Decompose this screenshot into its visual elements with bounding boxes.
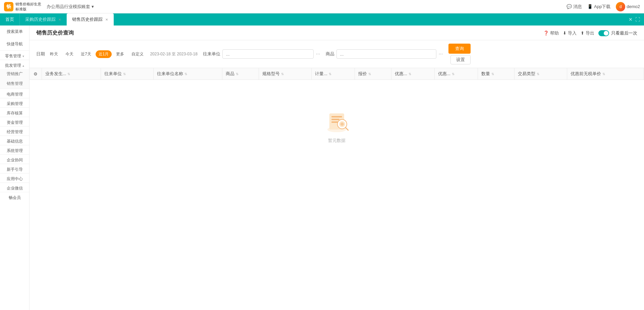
partner-input[interactable] [222,49,314,59]
avatar: d [616,2,625,11]
sidebar-item-sales-mgmt[interactable]: 销售管理 [0,79,29,89]
import-icon: ⬇ [563,31,567,36]
sidebar-item-basic-info[interactable]: 基础信息 [0,136,29,145]
trade-type-column-header[interactable]: 交易类型 ⇅ [515,68,567,80]
sidebar-item-purchase-mgmt[interactable]: 采购管理 [0,98,29,107]
data-table: ⚙ 业务发生... ⇅ 往来单位 ⇅ [30,68,644,170]
sidebar-item-member[interactable]: 畅会员 [0,192,29,201]
partner-name-column-header[interactable]: 往来单位名称 ⇅ [154,68,222,80]
message-icon: 💬 [567,4,572,9]
window-controls: ✕ ⛶ [625,17,644,22]
export-action[interactable]: ⬆ 导出 [581,30,594,36]
query-button[interactable]: 查询 [448,44,471,54]
only-last-toggle-group: 只看最后一次 [598,30,637,36]
tab-purchase-history[interactable]: 采购历史价跟踪 ✕ [20,13,67,25]
top-bar: 畅 销售价格好生意 标准版 办公用品行业模拟账套 ▾ 💬 消息 📱 App下载 … [0,0,644,13]
tab-home[interactable]: 首页 [0,13,20,25]
tab-close-sales[interactable]: ✕ [105,18,108,21]
date-btn-more[interactable]: 更多 [113,50,127,58]
top-bar-left: 畅 销售价格好生意 标准版 办公用品行业模拟账套 ▾ [4,2,97,11]
svg-rect-3 [331,119,339,120]
tab-bar: 首页 采购历史价跟踪 ✕ 销售历史价跟踪 ✕ ✕ ⛶ [0,13,644,25]
sidebar-item-retail-mgmt[interactable]: 零售管理 ▾ [0,50,29,60]
app-selector[interactable]: 办公用品行业模拟账套 ▾ [44,2,97,11]
partner-picker-icon[interactable]: ··· [316,51,320,57]
qty-column-header[interactable]: 数量 ⇅ [478,68,515,80]
top-bar-right: 💬 消息 📱 App下载 d demo2 [567,2,640,11]
help-icon: ❓ [543,31,549,36]
sidebar-item-marketing[interactable]: 营销推广 [0,69,29,79]
sidebar-item-system-mgmt[interactable]: 系统管理 [0,145,29,154]
sort-icon: ⇅ [537,72,539,76]
tab-sales-history[interactable]: 销售历史价跟踪 ✕ [67,13,114,25]
only-last-label: 只看最后一次 [611,30,637,36]
table-header-row: ⚙ 业务发生... ⇅ 往来单位 ⇅ [30,68,644,80]
sort-icon: ⇅ [123,72,126,76]
settings-column-header[interactable]: ⚙ [30,68,42,80]
empty-row: 暂元数据 [30,80,644,171]
discount2-column-header[interactable]: 优惠... ⇅ [435,68,478,80]
tab-close-purchase[interactable]: ✕ [58,18,61,21]
pre-tax-price-column-header[interactable]: 优惠前无税单价 ⇅ [567,68,644,80]
table-area: ⚙ 业务发生... ⇅ 往来单位 ⇅ [30,68,644,310]
sidebar-item-app-center[interactable]: 应用中心 [0,173,29,183]
maximize-window-icon[interactable]: ⛶ [635,17,640,22]
chevron-down-icon: ▾ [22,54,24,58]
export-icon: ⬆ [581,31,584,36]
sidebar-item-finance-mgmt[interactable]: 资金管理 [0,117,29,126]
only-last-toggle[interactable] [598,30,609,36]
sidebar-item-newbie-guide[interactable]: 新手引导 [0,164,29,173]
logo-icon: 畅 [4,2,13,11]
date-btn-custom[interactable]: 自定义 [128,50,147,58]
discount1-column-header[interactable]: 优惠... ⇅ [391,68,435,80]
user-area[interactable]: d demo2 [616,2,640,11]
partner-label: 往来单位 [203,51,220,57]
quote-column-header[interactable]: 报价 ⇅ [355,68,391,80]
sort-icon: ⇅ [281,72,284,76]
page-header: 销售历史价查询 ❓ 帮助 ⬇ 导入 ⬆ 导出 [30,25,644,40]
sidebar-item-inventory-check[interactable]: 库存核算 [0,107,29,117]
sidebar-item-ops-mgmt[interactable]: 经营管理 [0,126,29,136]
product-label: 商品 [326,51,334,57]
sort-icon: ⇅ [368,72,371,76]
import-action[interactable]: ⬇ 导入 [563,30,577,36]
message-action[interactable]: 💬 消息 [567,4,582,10]
download-icon: 📱 [587,4,593,9]
sidebar-item-ecommerce-mgmt[interactable]: 电商管理 [0,89,29,98]
close-window-icon[interactable]: ✕ [629,17,633,22]
sidebar-item-search-menu[interactable]: 搜索菜单 [0,25,29,38]
date-btn-yesterday[interactable]: 昨天 [47,50,61,58]
sidebar-item-enterprise-wechat[interactable]: 企业微信 [0,183,29,192]
app-download-action[interactable]: 📱 App下载 [587,4,610,10]
sort-icon: ⇅ [452,72,454,76]
date-filter-group: 日期 昨天 今天 近7天 近1月 更多 自定义 2023-02-18 至 202… [36,50,198,58]
biz-date-column-header[interactable]: 业务发生... ⇅ [42,68,101,80]
date-btn-7days[interactable]: 近7天 [78,50,94,58]
empty-icon [323,107,350,134]
partner-code-column-header[interactable]: 往来单位 ⇅ [101,68,154,80]
date-buttons: 昨天 今天 近7天 近1月 更多 自定义 [47,50,147,58]
date-btn-today[interactable]: 今天 [62,50,76,58]
sort-icon: ⇅ [409,72,411,76]
spec-column-header[interactable]: 规格型号 ⇅ [259,68,312,80]
product-column-header[interactable]: 商品 ⇅ [222,68,259,80]
product-input[interactable] [336,49,437,59]
table-header: ⚙ 业务发生... ⇅ 往来单位 ⇅ [30,68,644,80]
empty-area: 暂元数据 [30,80,644,170]
content: 销售历史价查询 ❓ 帮助 ⬇ 导入 ⬆ 导出 [30,25,644,310]
sort-icon: ⇅ [491,72,494,76]
svg-point-8 [340,122,344,126]
unit-column-header[interactable]: 计量... ⇅ [312,68,355,80]
sidebar-item-enterprise-collab[interactable]: 企业协同 [0,154,29,164]
sidebar-item-quick-nav[interactable]: 快捷导航 [0,38,29,50]
sidebar-item-wholesale-mgmt[interactable]: 批发管理 ▴ [0,60,29,69]
settings-icon: ⚙ [34,71,38,76]
sort-icon: ⇅ [329,72,331,76]
help-action[interactable]: ❓ 帮助 [543,30,559,36]
date-btn-1month[interactable]: 近1月 [96,50,112,58]
sidebar: 搜索菜单 快捷导航 零售管理 ▾ 批发管理 ▴ 营销推广 销售管理 电商管理 采… [0,25,30,310]
setting-button[interactable]: 设置 [450,55,471,64]
logo-text: 销售价格好生意 标准版 [15,2,41,11]
product-picker-icon[interactable]: ··· [438,51,443,57]
main-area: 搜索菜单 快捷导航 零售管理 ▾ 批发管理 ▴ 营销推广 销售管理 电商管理 采… [0,25,644,310]
